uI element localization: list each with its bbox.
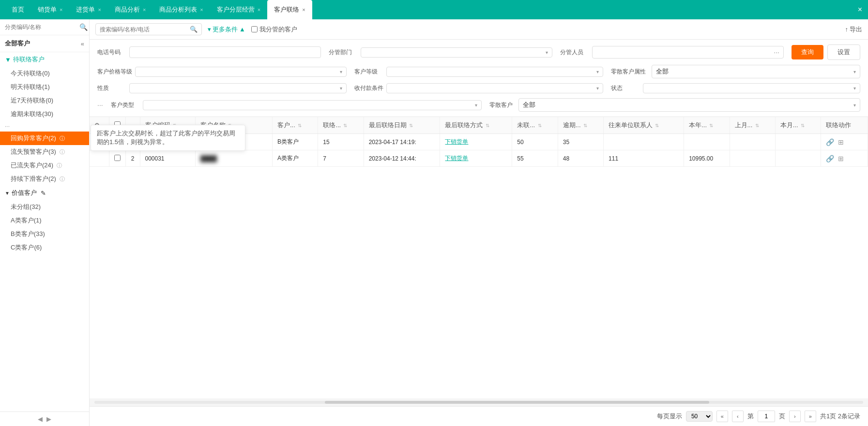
row2-code[interactable]: 000031 bbox=[140, 150, 195, 167]
main-search-icon[interactable]: 🔍 bbox=[190, 26, 198, 33]
sidebar-left-arrow[interactable]: ◀ bbox=[38, 415, 43, 423]
sidebar-more-dots[interactable]: ··· bbox=[0, 121, 89, 132]
horizontal-scrollbar[interactable] bbox=[90, 398, 868, 406]
row1-action-menu[interactable]: ⊞ bbox=[838, 138, 844, 146]
col-unpaid-header[interactable]: 未联... ⇅ bbox=[512, 117, 558, 134]
filter-sparse-attr-select[interactable]: 全部 ▾ bbox=[652, 65, 860, 78]
sidebar-search-icon[interactable]: 🔍 bbox=[79, 23, 88, 31]
sidebar-item-tomorrow[interactable]: 明天待联络(1) bbox=[0, 80, 89, 94]
pagination-bar: 每页显示 50 100 200 « ‹ 第 页 › » 共1页 2条记录 bbox=[90, 406, 868, 426]
gender-arrow: ▾ bbox=[340, 86, 342, 91]
sort-last-month: ⇅ bbox=[755, 123, 759, 128]
prev-page-btn[interactable]: ‹ bbox=[732, 411, 744, 422]
col-unit-contact-header[interactable]: 往来单位联系人 ⇅ bbox=[604, 117, 684, 134]
filter-manager: 分管人员 ··· bbox=[560, 46, 784, 59]
filter-status-select[interactable]: ▾ bbox=[643, 83, 860, 93]
filter-phone-input[interactable] bbox=[129, 46, 321, 58]
tooltip-box: 距客户上次交易时长，超过了此客户的平均交易周期的1.5倍，则视为异常。 bbox=[91, 125, 245, 151]
row2-select[interactable] bbox=[114, 155, 121, 161]
setting-btn[interactable]: 设置 bbox=[827, 44, 860, 60]
scrollbar-track[interactable] bbox=[94, 401, 863, 404]
sidebar-item-c-class[interactable]: C类客户(6) bbox=[0, 241, 89, 254]
manager-dots[interactable]: ··· bbox=[774, 48, 779, 56]
sidebar-bottom-nav[interactable]: ◀ ▶ bbox=[0, 411, 89, 426]
filter-area: 电话号码 分管部门 ▾ 分管人员 ··· bbox=[90, 40, 868, 117]
row2-last-method[interactable]: 下销货单 bbox=[440, 150, 512, 167]
row1-type: B类客户 bbox=[272, 134, 318, 150]
sidebar-item-today[interactable]: 今天待联络(0) bbox=[0, 67, 89, 80]
sidebar-all-customers[interactable]: 全部客户 « bbox=[0, 35, 89, 52]
sidebar-item-declining[interactable]: 持续下滑客户(2) ⓘ bbox=[0, 172, 89, 186]
tab-sales[interactable]: 销货单 × bbox=[31, 0, 69, 19]
tab-customer-contact-close[interactable]: × bbox=[302, 7, 305, 13]
main-search-input[interactable] bbox=[100, 26, 188, 33]
tab-product-analysis-close[interactable]: × bbox=[143, 7, 146, 13]
filter-customer-type-select[interactable]: ▾ bbox=[143, 100, 482, 110]
row4-dots[interactable]: ··· bbox=[97, 101, 103, 109]
filter-department-select[interactable]: ▾ bbox=[361, 47, 552, 58]
tab-product-analysis[interactable]: 商品分析 × bbox=[108, 0, 152, 19]
export-btn[interactable]: ↑ 导出 bbox=[845, 25, 863, 34]
sidebar-group-pending[interactable]: ▼ 待联络客户 bbox=[0, 52, 89, 67]
filter-customer-level-select[interactable]: ▾ bbox=[386, 67, 604, 77]
tab-sales-close[interactable]: × bbox=[60, 7, 62, 13]
my-customers-checkbox[interactable] bbox=[251, 26, 258, 32]
window-close-btn[interactable]: × bbox=[858, 5, 862, 14]
tab-product-analysis-list-close[interactable]: × bbox=[200, 7, 203, 13]
sidebar-search-input[interactable] bbox=[5, 24, 77, 30]
sort-last-method: ⇅ bbox=[486, 123, 489, 128]
first-page-btn[interactable]: « bbox=[716, 411, 728, 422]
col-this-year-header[interactable]: 本年... ⇅ bbox=[684, 117, 730, 134]
table-wrapper[interactable]: ⚙ 客户编码 ⇅ 客户名称 ⇅ bbox=[90, 117, 868, 398]
col-this-month-header[interactable]: 本月... ⇅ bbox=[775, 117, 821, 134]
filter-payment-select[interactable]: ▾ bbox=[386, 83, 604, 93]
sidebar-item-churn-warning[interactable]: 流失预警客户(3) ⓘ bbox=[0, 145, 89, 159]
col-type-header[interactable]: 客户... ⇅ bbox=[272, 117, 318, 134]
filter-status: 状态 ▾ bbox=[611, 83, 860, 93]
filter-gender-select[interactable]: ▾ bbox=[129, 83, 347, 93]
info-icon-2: ⓘ bbox=[57, 162, 62, 168]
sidebar-value-group[interactable]: ▼ 价值客户 ✎ bbox=[0, 186, 89, 200]
sidebar-collapse-btn[interactable]: « bbox=[81, 40, 84, 47]
next-page-btn[interactable]: › bbox=[789, 411, 801, 422]
tab-home[interactable]: 首页 bbox=[5, 0, 31, 19]
tab-customer-contact[interactable]: 客户联络 × bbox=[267, 0, 312, 19]
sidebar-item-overdue[interactable]: 逾期未联络(30) bbox=[0, 107, 89, 121]
payment-arrow: ▾ bbox=[596, 86, 599, 91]
row2-action-link[interactable]: 🔗 bbox=[826, 155, 834, 162]
query-btn[interactable]: 查询 bbox=[792, 45, 823, 59]
per-page-select[interactable]: 50 100 200 bbox=[686, 411, 713, 422]
filter-price-level-select[interactable]: ▾ bbox=[135, 67, 347, 77]
row1-action-link[interactable]: 🔗 bbox=[826, 138, 834, 146]
sidebar-right-arrow[interactable]: ▶ bbox=[46, 415, 51, 423]
filter-row-3: 性质 ▾ 收付款条件 ▾ 状态 bbox=[97, 83, 860, 93]
tab-purchase[interactable]: 进货单 × bbox=[69, 0, 107, 19]
row2-checkbox[interactable] bbox=[109, 150, 125, 167]
sidebar-item-b-class[interactable]: B类客户(33) bbox=[0, 227, 89, 241]
row2-name[interactable]: ████ bbox=[195, 150, 272, 167]
page-number-input[interactable] bbox=[758, 411, 775, 422]
sidebar-item-repurchase-abnormal[interactable]: 回购异常客户(2) ⓘ bbox=[0, 132, 89, 145]
col-last-date-header[interactable]: 最后联络日期 ⇅ bbox=[364, 117, 440, 134]
tab-customer-tier-close[interactable]: × bbox=[258, 7, 260, 13]
value-group-edit-icon[interactable]: ✎ bbox=[41, 190, 46, 197]
filter-manager-select[interactable]: ··· bbox=[592, 46, 784, 59]
col-contact-header[interactable]: 联络... ⇅ bbox=[318, 117, 364, 134]
col-last-method-header[interactable]: 最后联络方式 ⇅ bbox=[440, 117, 512, 134]
last-page-btn[interactable]: » bbox=[805, 411, 816, 422]
row2-action-menu[interactable]: ⊞ bbox=[838, 155, 844, 162]
tab-purchase-close[interactable]: × bbox=[98, 7, 101, 13]
more-conditions-btn[interactable]: ▾ 更多条件 ▲ bbox=[208, 25, 245, 34]
scrollbar-thumb[interactable] bbox=[325, 401, 709, 404]
col-overdue-header[interactable]: 逾期... ⇅ bbox=[558, 117, 603, 134]
row2-overdue: 48 bbox=[558, 150, 603, 167]
sidebar-item-churned[interactable]: 已流失客户(24) ⓘ bbox=[0, 159, 89, 172]
tab-product-analysis-list[interactable]: 商品分析列表 × bbox=[152, 0, 210, 19]
row1-last-method[interactable]: 下销货单 bbox=[440, 134, 512, 150]
tab-customer-tier[interactable]: 客户分层经营 × bbox=[210, 0, 267, 19]
sidebar-item-ungroup[interactable]: 未分组(32) bbox=[0, 200, 89, 214]
col-last-month-header[interactable]: 上月... ⇅ bbox=[730, 117, 775, 134]
sidebar-item-a-class[interactable]: A类客户(1) bbox=[0, 214, 89, 227]
sidebar-item-7days[interactable]: 近7天待联络(0) bbox=[0, 94, 89, 107]
filter-sparse-customer-select[interactable]: 全部 ▾ bbox=[518, 98, 860, 112]
